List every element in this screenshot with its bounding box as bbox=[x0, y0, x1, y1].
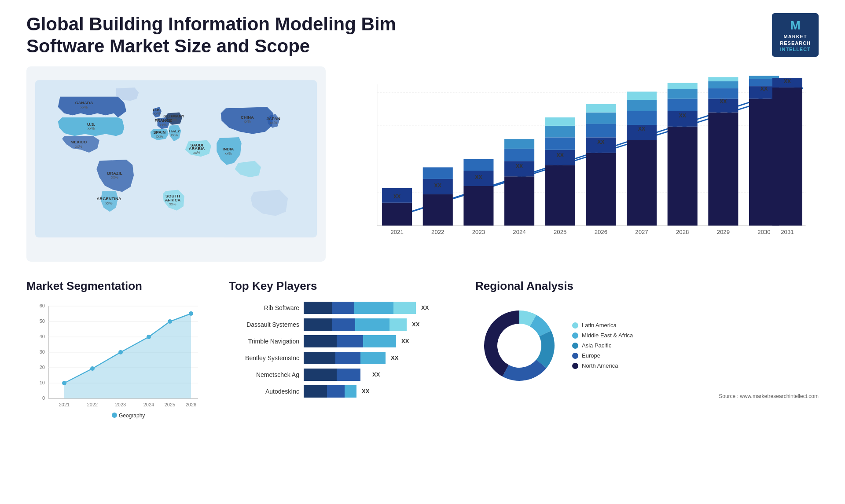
svg-rect-54 bbox=[463, 159, 493, 170]
segment-container: Market Segmentation 0 10 20 30 40 50 6 bbox=[26, 279, 211, 422]
player-name: Nemetschek Ag bbox=[229, 371, 299, 378]
header: Global Building Information Modeling Bim… bbox=[26, 13, 819, 58]
player-bar-wrap: XX bbox=[304, 335, 458, 347]
svg-text:xx%: xx% bbox=[171, 133, 178, 137]
svg-rect-59 bbox=[504, 149, 534, 161]
player-value-label: XX bbox=[362, 388, 369, 394]
player-value-label: XX bbox=[391, 354, 398, 361]
svg-rect-49 bbox=[423, 167, 453, 179]
svg-rect-72 bbox=[586, 124, 616, 137]
donut-segment bbox=[484, 310, 519, 376]
svg-rect-86 bbox=[668, 99, 698, 111]
svg-text:xx%: xx% bbox=[169, 202, 176, 206]
player-bar-segment bbox=[355, 318, 389, 331]
legend-label: Asia Pacific bbox=[582, 342, 611, 349]
svg-rect-87 bbox=[668, 89, 698, 99]
svg-rect-88 bbox=[668, 83, 698, 89]
key-players-title: Top Key Players bbox=[229, 279, 458, 293]
svg-text:INDIA: INDIA bbox=[223, 146, 234, 151]
svg-rect-57 bbox=[504, 176, 534, 226]
player-bar-segment bbox=[304, 385, 327, 398]
player-name: Rib Software bbox=[229, 304, 299, 311]
svg-point-134 bbox=[189, 311, 193, 316]
svg-text:XX: XX bbox=[784, 78, 791, 84]
svg-text:xx%: xx% bbox=[170, 118, 177, 122]
svg-text:2023: 2023 bbox=[115, 402, 126, 407]
player-bar-segment bbox=[337, 369, 360, 381]
legend-label: North America bbox=[582, 362, 618, 369]
logo-box: M MARKET RESEARCH INTELLECT bbox=[772, 13, 819, 57]
player-bar-segment bbox=[337, 335, 363, 347]
player-bar-segment bbox=[345, 385, 356, 398]
player-value-label: XX bbox=[421, 304, 429, 311]
svg-text:2023: 2023 bbox=[472, 229, 485, 235]
legend-item: North America bbox=[572, 362, 633, 369]
svg-rect-43 bbox=[382, 203, 412, 226]
svg-text:2024: 2024 bbox=[513, 229, 525, 235]
segmentation-chart: 0 10 20 30 40 50 60 2021 2022 2023 2024 … bbox=[26, 302, 202, 420]
player-bar-segment bbox=[327, 385, 345, 398]
players-list: Rib SoftwareXXDassault SystemesXXTrimble… bbox=[229, 302, 458, 398]
page-container: Global Building Information Modeling Bim… bbox=[0, 0, 845, 504]
legend-color bbox=[572, 332, 578, 339]
svg-text:xx%: xx% bbox=[156, 134, 163, 139]
svg-point-129 bbox=[62, 381, 66, 385]
logo-letter: M bbox=[780, 18, 811, 33]
player-bar-segment bbox=[393, 302, 416, 314]
trend-chart-svg: XX 2021 XX 2022 XX 2023 XX bbox=[352, 71, 810, 256]
legend-item: Europe bbox=[572, 352, 633, 359]
svg-text:40: 40 bbox=[40, 334, 45, 339]
svg-text:XX: XX bbox=[679, 113, 686, 119]
map-container: CANADA xx% U.S. xx% MEXICO xx% BRAZIL xx… bbox=[26, 66, 326, 262]
world-map-svg: CANADA xx% U.S. xx% MEXICO xx% BRAZIL xx… bbox=[35, 75, 317, 242]
player-value-label: XX bbox=[401, 338, 409, 344]
svg-text:JAPAN: JAPAN bbox=[267, 116, 280, 121]
svg-rect-77 bbox=[627, 140, 657, 226]
player-value-label: XX bbox=[412, 321, 419, 328]
player-bar-segment bbox=[304, 302, 332, 314]
player-name: Dassault Systemes bbox=[229, 321, 299, 328]
trend-chart-container: XX 2021 XX 2022 XX 2023 XX bbox=[343, 66, 819, 262]
logo-line2: RESEARCH bbox=[780, 40, 811, 46]
svg-text:FRANCE: FRANCE bbox=[154, 118, 172, 123]
player-row: AutodeskIncXX bbox=[229, 385, 458, 398]
svg-text:XX: XX bbox=[597, 139, 605, 145]
player-bar bbox=[304, 352, 386, 364]
player-bar-wrap: XX bbox=[304, 385, 458, 398]
svg-text:2029: 2029 bbox=[717, 229, 730, 235]
player-bar-segment bbox=[304, 369, 337, 381]
legend-label: Latin America bbox=[582, 322, 617, 329]
svg-text:2031: 2031 bbox=[781, 229, 794, 235]
svg-text:2025: 2025 bbox=[554, 229, 566, 235]
player-bar bbox=[304, 302, 416, 314]
player-bar-segment bbox=[354, 302, 393, 314]
svg-text:0: 0 bbox=[42, 395, 45, 401]
player-bar-wrap: XX bbox=[304, 352, 458, 364]
svg-text:GERMANY: GERMANY bbox=[163, 113, 185, 118]
svg-text:ARGENTINA: ARGENTINA bbox=[97, 196, 121, 201]
svg-point-131 bbox=[118, 350, 123, 354]
player-row: Trimble NavigationXX bbox=[229, 335, 458, 347]
svg-rect-67 bbox=[545, 117, 575, 126]
svg-point-133 bbox=[168, 319, 172, 324]
svg-point-130 bbox=[90, 366, 95, 371]
svg-rect-73 bbox=[586, 112, 616, 124]
svg-rect-65 bbox=[545, 137, 575, 150]
svg-text:2026: 2026 bbox=[595, 229, 607, 235]
player-name: Bentley SystemsInc bbox=[229, 354, 299, 362]
donut-wrap: Latin AmericaMiddle East & AfricaAsia Pa… bbox=[475, 302, 819, 390]
svg-rect-81 bbox=[627, 91, 657, 100]
svg-rect-74 bbox=[586, 104, 616, 113]
svg-text:Geography: Geography bbox=[119, 413, 145, 419]
svg-rect-95 bbox=[708, 77, 738, 81]
svg-text:ITALY: ITALY bbox=[169, 128, 180, 133]
legend-item: Latin America bbox=[572, 322, 633, 329]
legend-color bbox=[572, 343, 578, 349]
logo-line1: MARKET bbox=[780, 33, 811, 40]
logo-line3: INTELLECT bbox=[780, 46, 811, 52]
player-bar-wrap: XX bbox=[304, 369, 458, 381]
legend-color bbox=[572, 353, 578, 359]
svg-rect-91 bbox=[708, 112, 738, 225]
legend-item: Asia Pacific bbox=[572, 342, 633, 349]
legend-label: Middle East & Africa bbox=[582, 332, 633, 339]
